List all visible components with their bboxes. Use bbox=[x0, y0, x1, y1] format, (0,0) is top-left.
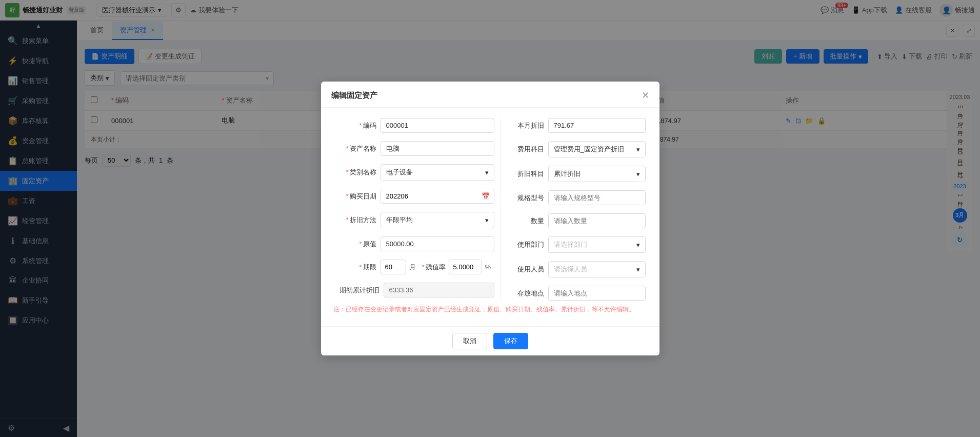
category-value: 电子设备 bbox=[386, 168, 413, 177]
form-grid: *编码 *资产名称 *类别名称 电子设备 ▾ bbox=[333, 118, 647, 301]
form-row-period: *期限 月 *残值率 % bbox=[339, 260, 494, 274]
form-row-method: *折旧方法 年限平均 ▾ bbox=[339, 212, 494, 228]
expense-subject-select[interactable]: 管理费用_固定资产折旧 ▾ bbox=[548, 141, 646, 157]
field-original-label: 原值 bbox=[363, 240, 376, 248]
field-date-label: 购买日期 bbox=[350, 192, 376, 200]
chevron-down-icon: ▾ bbox=[636, 241, 640, 249]
dep-subject-value: 累计折旧 bbox=[554, 169, 581, 178]
field-code-label: 编码 bbox=[363, 122, 376, 129]
period-input[interactable] bbox=[381, 260, 406, 274]
field-spec-label: 规格型号 bbox=[517, 194, 544, 202]
edit-asset-modal: 编辑固定资产 ✕ *编码 *资产名称 bbox=[321, 82, 659, 355]
field-name-label: 资产名称 bbox=[350, 145, 376, 152]
category-select[interactable]: 电子设备 ▾ bbox=[381, 164, 494, 181]
field-initial-dep-label: 期初累计折旧 bbox=[339, 286, 379, 294]
method-value: 年限平均 bbox=[386, 215, 413, 225]
chevron-down-icon: ▾ bbox=[485, 216, 489, 224]
cancel-button[interactable]: 取消 bbox=[452, 333, 487, 349]
code-input[interactable] bbox=[381, 118, 494, 133]
dep-subject-select[interactable]: 累计折旧 ▾ bbox=[548, 166, 646, 182]
initial-depreciation-input[interactable] bbox=[384, 283, 494, 297]
purchase-date-field: 📅 bbox=[381, 189, 494, 204]
form-row-category: *类别名称 电子设备 ▾ bbox=[339, 164, 494, 181]
form-row-quantity: 数量 bbox=[507, 213, 646, 228]
residual-rate-input[interactable] bbox=[449, 260, 482, 274]
chevron-down-icon: ▾ bbox=[636, 170, 640, 178]
user-placeholder: 请选择人员 bbox=[554, 265, 587, 274]
form-row-initial-dep: 期初累计折旧 bbox=[339, 283, 494, 297]
period-inline: 月 *残值率 % bbox=[381, 260, 494, 274]
form-row-spec: 规格型号 bbox=[507, 190, 646, 205]
save-button[interactable]: 保存 bbox=[493, 333, 528, 349]
field-period-label: 期限 bbox=[363, 263, 376, 271]
form-row-name: *资产名称 bbox=[339, 141, 494, 156]
form-row-monthly-dep: 本月折旧 bbox=[507, 118, 646, 133]
form-right-col: 本月折旧 费用科目 管理费用_固定资产折旧 ▾ 折旧科目 bbox=[501, 118, 652, 301]
field-department-label: 使用部门 bbox=[517, 241, 544, 248]
residual-rate-label: *残值率 bbox=[422, 263, 446, 272]
field-dep-subject-label: 折旧科目 bbox=[517, 170, 544, 177]
form-row-dep-subject: 折旧科目 累计折旧 ▾ bbox=[507, 166, 646, 182]
modal-footer: 取消 保存 bbox=[321, 326, 659, 355]
field-quantity-label: 数量 bbox=[531, 217, 544, 225]
field-method-label: 折旧方法 bbox=[350, 216, 376, 224]
form-row-code: *编码 bbox=[339, 118, 494, 133]
form-left-col: *编码 *资产名称 *类别名称 电子设备 ▾ bbox=[333, 118, 501, 301]
department-select[interactable]: 请选择部门 ▾ bbox=[548, 236, 646, 253]
field-category-label: 类别名称 bbox=[350, 168, 376, 176]
monthly-dep-input[interactable] bbox=[548, 118, 646, 133]
form-row-original: *原值 bbox=[339, 236, 494, 251]
asset-name-input[interactable] bbox=[381, 141, 494, 156]
period-unit-label: 月 bbox=[409, 263, 416, 272]
chevron-down-icon: ▾ bbox=[636, 146, 640, 153]
modal-title: 编辑固定资产 bbox=[331, 91, 377, 101]
form-row-expense-subject: 费用科目 管理费用_固定资产折旧 ▾ bbox=[507, 141, 646, 157]
user-select[interactable]: 请选择人员 ▾ bbox=[548, 261, 646, 277]
form-row-location: 存放地点 bbox=[507, 286, 646, 301]
modal-note: 注：已经存在变更记录或者对应固定资产已经生成凭证，原值、购买日期、残值率、累计折… bbox=[333, 301, 647, 316]
modal-body: *编码 *资产名称 *类别名称 电子设备 ▾ bbox=[321, 108, 659, 326]
field-expense-subject-label: 费用科目 bbox=[517, 145, 544, 153]
department-placeholder: 请选择部门 bbox=[554, 240, 587, 249]
field-location-label: 存放地点 bbox=[517, 289, 544, 297]
form-row-department: 使用部门 请选择部门 ▾ bbox=[507, 236, 646, 253]
field-user-label: 使用人员 bbox=[517, 265, 544, 273]
method-select[interactable]: 年限平均 ▾ bbox=[381, 212, 494, 228]
chevron-down-icon: ▾ bbox=[636, 266, 640, 273]
chevron-down-icon: ▾ bbox=[485, 169, 489, 176]
modal-close-button[interactable]: ✕ bbox=[642, 90, 649, 101]
purchase-date-input[interactable] bbox=[381, 189, 477, 203]
modal-overlay: 编辑固定资产 ✕ *编码 *资产名称 bbox=[0, 0, 980, 437]
original-value-input[interactable] bbox=[381, 236, 494, 251]
residual-unit-label: % bbox=[485, 263, 491, 271]
field-monthly-dep-label: 本月折旧 bbox=[517, 122, 544, 129]
expense-subject-value: 管理费用_固定资产折旧 bbox=[554, 145, 624, 154]
form-row-date: *购买日期 📅 bbox=[339, 189, 494, 204]
modal-header: 编辑固定资产 ✕ bbox=[321, 82, 659, 108]
spec-model-input[interactable] bbox=[548, 190, 646, 205]
quantity-input[interactable] bbox=[548, 213, 646, 228]
location-input[interactable] bbox=[548, 286, 646, 301]
calendar-icon[interactable]: 📅 bbox=[477, 192, 494, 200]
form-row-user: 使用人员 请选择人员 ▾ bbox=[507, 261, 646, 277]
